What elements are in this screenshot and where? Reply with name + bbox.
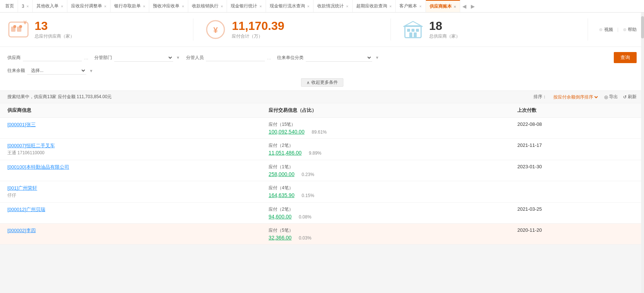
svg-rect-10	[412, 29, 414, 32]
supplier-info-cell: [000001]张三	[0, 118, 261, 139]
svg-rect-9	[407, 29, 410, 32]
ap-total-icon: ¥	[204, 18, 227, 41]
last-payment-cell	[510, 181, 644, 203]
nav-tab-receipt-verify-close[interactable]: ×	[221, 4, 223, 8]
supplier-link[interactable]: [000007]恒旺二手叉车	[7, 143, 55, 148]
refresh-icon: ↺	[623, 94, 627, 100]
amount-label: 应付（1笔）	[269, 164, 503, 170]
nav-tab-cash-bank-flow[interactable]: 现金银行流水查询 ×	[266, 0, 314, 13]
supplier-link[interactable]: [000012]广州贝瑞	[7, 207, 45, 212]
svg-text:¥: ¥	[213, 25, 218, 35]
col-ap-transaction: 应付交易信息（占比）	[261, 103, 510, 118]
nav-tab-home[interactable]: 首页	[1, 0, 18, 13]
nav-tab-other-income-close[interactable]: ×	[61, 4, 63, 8]
last-payment-cell: 2023-01-30	[510, 160, 644, 181]
nav-tab-3[interactable]: 3 ×	[18, 0, 33, 13]
filter-dept-select[interactable]	[114, 54, 173, 62]
nav-tab-3-label: 3	[22, 4, 24, 9]
total-suppliers-label: 总供应商（家）	[429, 33, 460, 39]
nav-tab-customer-account-close[interactable]: ×	[419, 4, 421, 8]
nav-tab-advance-charge-close[interactable]: ×	[182, 4, 184, 8]
supplier-link[interactable]: [000001]张三	[7, 122, 36, 127]
svg-rect-11	[416, 29, 419, 32]
collapse-button[interactable]: ∧ 收起更多条件	[301, 78, 343, 87]
nav-tab-other-income[interactable]: 其他收入单 ×	[33, 0, 67, 13]
amount-link[interactable]: 11,051,486.00	[269, 150, 302, 156]
filter-category: 往来单位分类 ▼	[277, 54, 379, 62]
nav-tab-receipt-stat-close[interactable]: ×	[346, 4, 348, 8]
table-row: [001]广州荣轩仔仔应付（4笔） 164,635.90 0.15%	[0, 181, 644, 203]
ap-transaction-cell: 应付（2笔） 11,051,486.00 9.89%	[261, 139, 510, 160]
last-payment-cell: 2021-11-17	[510, 139, 644, 160]
supplier-sub: 仔仔	[7, 192, 254, 199]
filter-supplier-dots[interactable]: ...	[84, 55, 88, 61]
filter-person: 分管人员 ...	[186, 54, 272, 61]
export-button[interactable]: ◎ 导出	[604, 94, 618, 100]
scrollbar-thumb[interactable]	[641, 16, 644, 38]
nav-tab-ap-adjust-close[interactable]: ×	[104, 4, 106, 8]
supplier-link[interactable]: [000100]本特勤油品有限公司	[7, 164, 69, 170]
nav-tab-bank-deposit[interactable]: 银行存取款单 ×	[111, 0, 149, 13]
nav-tab-cash-bank-stat-label: 现金银行统计	[231, 3, 257, 9]
nav-tab-cash-bank-flow-close[interactable]: ×	[307, 4, 309, 8]
nav-tab-customer-account[interactable]: 客户账本 ×	[396, 0, 426, 13]
nav-tab-cash-bank-stat[interactable]: 现金银行统计 ×	[227, 0, 266, 13]
help-link[interactable]: ⊙ 帮助	[623, 27, 637, 33]
nav-tab-receipt-stat[interactable]: 收款情况统计 ×	[314, 0, 352, 13]
total-suppliers-num: 18	[429, 20, 460, 32]
filter-person-dots[interactable]: ...	[267, 55, 272, 61]
amount-link[interactable]: 164,635.90	[269, 192, 294, 198]
ap-transaction-cell: 应付（15笔） 100,092,540.00 89.61%	[261, 118, 510, 139]
amount-row: 164,635.90 0.15%	[269, 192, 503, 198]
filter-category-chevron[interactable]: ▼	[375, 55, 379, 60]
table-row: [000007]恒旺二手叉车王通 17106110000应付（2笔） 11,05…	[0, 139, 644, 160]
amount-pct: 9.89%	[309, 151, 321, 156]
filter-balance-select[interactable]: 选择...	[27, 67, 86, 75]
supplier-info-cell: [000100]本特勤油品有限公司	[0, 160, 261, 181]
svg-text:¥: ¥	[23, 20, 27, 25]
amount-link[interactable]: 100,092,540.00	[269, 129, 304, 135]
nav-tab-overdue-query[interactable]: 超期应收款查询 ×	[353, 0, 396, 13]
scrollbar-track[interactable]	[641, 13, 644, 245]
table-row: [000001]张三应付（15笔） 100,092,540.00 89.61% …	[0, 118, 644, 139]
sort-select[interactable]: 按应付余额倒序排序	[552, 94, 599, 100]
amount-pct: 0.15%	[302, 193, 314, 198]
filter-person-input[interactable]	[206, 54, 265, 61]
svg-rect-3	[13, 25, 16, 28]
nav-tab-supplier-account[interactable]: 供应商账本 ×	[426, 0, 460, 13]
nav-tab-overdue-query-close[interactable]: ×	[389, 4, 392, 8]
amount-link[interactable]: 258,000.00	[269, 171, 294, 177]
table-row: [000002]李四应付（5笔） 32,366.00 0.03% 2020-11…	[0, 224, 644, 245]
refresh-button[interactable]: ↺ 刷新	[623, 94, 637, 100]
video-link[interactable]: ⊙ 视频	[599, 27, 613, 33]
amount-row: 94,600.00 0.08%	[269, 214, 503, 220]
query-button[interactable]: 查询	[614, 52, 637, 63]
supplier-info-cell: [001]广州荣轩仔仔	[0, 181, 261, 203]
filter-balance-chevron[interactable]: ▼	[89, 69, 93, 73]
filter-dept-chevron[interactable]: ▼	[176, 55, 180, 60]
svg-rect-12	[409, 32, 412, 38]
col-supplier-info: 供应商信息	[0, 103, 261, 118]
refresh-label: 刷新	[628, 94, 637, 100]
nav-next-arrow[interactable]: ▶	[469, 0, 477, 13]
filter-supplier-input[interactable]	[23, 54, 82, 61]
nav-tab-receipt-verify[interactable]: 收款核销执行 ×	[188, 0, 227, 13]
amount-link[interactable]: 94,600.00	[269, 214, 291, 220]
result-bar: 搜索结果中，供应商13家 应付金额 111,703,854.00元 排序： 按应…	[0, 91, 644, 103]
amount-link[interactable]: 32,366.00	[269, 235, 291, 241]
nav-tab-3-close[interactable]: ×	[27, 4, 29, 8]
nav-tab-advance-charge[interactable]: 预收冲应收单 ×	[149, 0, 188, 13]
filter-balance: 往来余额 选择... ▼	[7, 67, 93, 75]
last-payment-cell: 2020-11-20	[510, 224, 644, 245]
nav-tab-bank-deposit-close[interactable]: ×	[143, 4, 145, 8]
filter-category-select[interactable]	[306, 54, 372, 62]
supplier-link[interactable]: [001]广州荣轩	[7, 185, 37, 191]
supplier-link[interactable]: [000002]李四	[7, 228, 36, 233]
nav-tab-bank-deposit-label: 银行存取款单	[114, 3, 141, 9]
nav-prev-arrow[interactable]: ◀	[460, 0, 469, 13]
total-suppliers-icon	[402, 18, 424, 41]
amount-row: 11,051,486.00 9.89%	[269, 150, 503, 156]
nav-tab-cash-bank-stat-close[interactable]: ×	[259, 4, 262, 8]
nav-tab-ap-adjust[interactable]: 应收应付调整单 ×	[67, 0, 111, 13]
nav-tab-supplier-account-close[interactable]: ×	[454, 4, 456, 9]
